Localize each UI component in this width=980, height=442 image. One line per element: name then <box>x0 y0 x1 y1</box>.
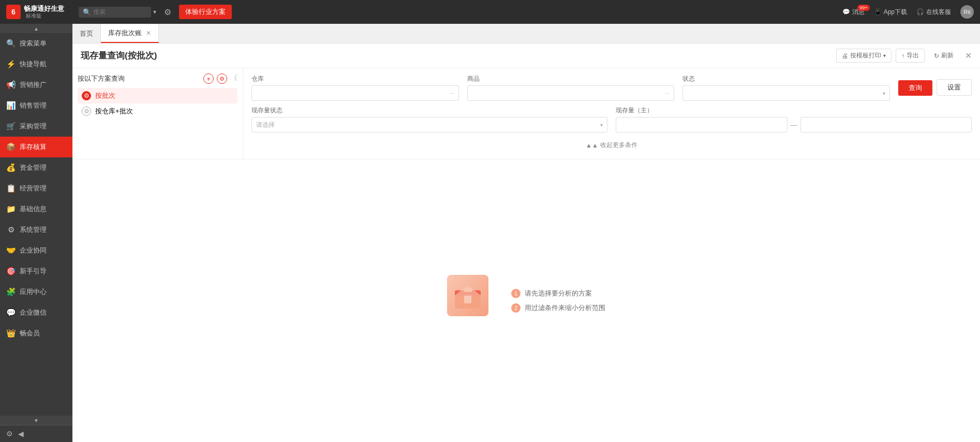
warehouse-dots[interactable]: ··· <box>450 90 454 96</box>
sidebar-bottom: ⚙ ◀ <box>0 425 72 442</box>
empty-hint-1: 1 请先选择要分析的方案 <box>511 289 605 298</box>
tab-inventory-batch[interactable]: 库存批次账 ✕ <box>101 24 159 43</box>
user-avatar[interactable]: Rit <box>960 5 974 19</box>
sidebar-collapse-icon[interactable]: ◀ <box>18 430 24 438</box>
template-print-button[interactable]: 🖨 按模板打印 ▾ <box>836 49 892 63</box>
sidebar-item-purchase[interactable]: 🛒 采购管理 <box>0 116 72 137</box>
sidebar-item-wechat[interactable]: 💬 企业微信 <box>0 302 72 323</box>
sidebar-item-system[interactable]: ⚙ 系统管理 <box>0 219 72 240</box>
operations-icon: 📋 <box>6 184 16 193</box>
sidebar-item-label: 快捷导航 <box>20 60 47 69</box>
sidebar-item-membership[interactable]: 👑 畅会员 <box>0 323 72 344</box>
sidebar-item-label: 应用中心 <box>20 287 47 297</box>
sidebar: ▲ 🔍 搜索菜单 ⚡ 快捷导航 📢 营销推广 📊 销售管理 🛒 采购管理 <box>0 24 72 442</box>
content-area: 首页 库存批次账 ✕ 现存量查询(按批次) 🖨 按模板打印 ▾ ↑ <box>72 24 980 442</box>
filter-plan-header: 按以下方案查询 + ⚙ 《 <box>78 73 237 84</box>
logo-icon: 6 <box>6 5 21 19</box>
tab-home[interactable]: 首页 <box>72 24 101 43</box>
sidebar-items: 🔍 搜索菜单 ⚡ 快捷导航 📢 营销推广 📊 销售管理 🛒 采购管理 📦 <box>0 33 72 416</box>
product-input-box[interactable]: ··· <box>467 85 675 101</box>
collapse-up-icon: ▲▲ <box>586 142 598 149</box>
plan-settings-button[interactable]: ⚙ <box>217 73 227 84</box>
membership-icon: 👑 <box>6 329 16 338</box>
sidebar-settings-icon[interactable]: ⚙ <box>6 430 13 438</box>
inventory-status-select[interactable]: 请选择 ▾ <box>251 117 607 132</box>
sales-icon: 📊 <box>6 101 16 110</box>
plan-item-batch[interactable]: ⚙ 按批次 <box>78 88 237 104</box>
sidebar-item-marketing[interactable]: 📢 营销推广 <box>0 75 72 95</box>
sidebar-scroll-up[interactable]: ▲ <box>0 24 72 33</box>
marketing-icon: 📢 <box>6 80 16 90</box>
template-print-dropdown-icon[interactable]: ▾ <box>883 53 886 58</box>
trial-button[interactable]: 体验行业方案 <box>179 5 232 19</box>
top-bar: 6 畅康通好生意 标准版 🔍 ▾ ⚙ 体验行业方案 💬 消息 99+ 📱 App… <box>0 0 980 24</box>
filter-action-buttons: 查询 设置 <box>898 79 972 97</box>
filter-settings-button[interactable]: 设置 <box>937 79 972 96</box>
online-service-button[interactable]: 🎧 在线客服 <box>916 8 951 17</box>
sidebar-item-search-menu[interactable]: 🔍 搜索菜单 <box>0 33 72 54</box>
messages-button[interactable]: 💬 消息 99+ <box>842 8 865 17</box>
filter-fields-section: 仓库 ··· 商品 ··· <box>243 68 980 159</box>
tab-close-icon[interactable]: ✕ <box>146 30 151 37</box>
filter-plan-title: 按以下方案查询 <box>78 74 125 83</box>
collapse-conditions-button[interactable]: ▲▲ 收起更多条件 <box>251 138 972 153</box>
app-download-button[interactable]: 📱 App下载 <box>874 8 907 17</box>
refresh-button[interactable]: ↻ 刷新 <box>929 49 959 62</box>
inventory-qty-min-input[interactable] <box>616 117 788 132</box>
filter-product-field: 商品 ··· <box>467 75 675 101</box>
top-search-box[interactable]: 🔍 <box>79 7 151 18</box>
inventory-qty-max-input[interactable] <box>800 117 972 132</box>
sidebar-scroll-down[interactable]: ▼ <box>0 416 72 425</box>
status-select-box[interactable]: ▾ <box>682 85 890 101</box>
sidebar-item-label: 新手引导 <box>20 267 47 276</box>
app-center-icon: 🧩 <box>6 287 16 297</box>
newbie-icon: 🎯 <box>6 267 16 276</box>
main-layout: ▲ 🔍 搜索菜单 ⚡ 快捷导航 📢 营销推广 📊 销售管理 🛒 采购管理 <box>0 24 980 442</box>
warehouse-input[interactable] <box>256 90 448 97</box>
product-input[interactable] <box>472 90 663 97</box>
sidebar-item-enterprise[interactable]: 🤝 企业协同 <box>0 240 72 261</box>
plan-collapse-button[interactable]: 《 <box>230 73 237 84</box>
search-dropdown-icon[interactable]: ▾ <box>153 8 156 16</box>
app-logo[interactable]: 6 畅康通好生意 标准版 <box>6 5 64 19</box>
plan-item-warehouse-batch[interactable]: ⚙ 按仓库+批次 <box>78 104 237 119</box>
purchase-icon: 🛒 <box>6 122 16 131</box>
export-button[interactable]: ↑ 导出 <box>896 49 925 63</box>
page-container: 现存量查询(按批次) 🖨 按模板打印 ▾ ↑ 导出 ↻ 刷新 <box>72 43 980 442</box>
warehouse-input-box[interactable]: ··· <box>251 85 459 101</box>
inventory-icon: 📦 <box>6 142 16 152</box>
sidebar-item-sales[interactable]: 📊 销售管理 <box>0 95 72 116</box>
empty-hints: 1 请先选择要分析的方案 2 用过滤条件来缩小分析范围 <box>511 289 605 313</box>
sidebar-item-quick-nav[interactable]: ⚡ 快捷导航 <box>0 54 72 75</box>
svg-rect-4 <box>464 296 471 303</box>
sidebar-item-app-center[interactable]: 🧩 应用中心 <box>0 282 72 302</box>
sidebar-item-label: 企业协同 <box>20 246 47 255</box>
refresh-icon: ↻ <box>934 52 939 60</box>
tab-bar: 首页 库存批次账 ✕ <box>72 24 980 43</box>
edition-label: 标准版 <box>26 13 64 19</box>
sidebar-item-operations[interactable]: 📋 经营管理 <box>0 178 72 199</box>
page-close-button[interactable]: ✕ <box>965 51 972 61</box>
enterprise-icon: 🤝 <box>6 246 16 255</box>
sidebar-item-label: 销售管理 <box>20 101 47 110</box>
empty-icon-container <box>447 275 499 327</box>
settings-icon[interactable]: ⚙ <box>160 5 175 19</box>
range-dash: — <box>791 121 797 129</box>
product-dots[interactable]: ··· <box>665 90 670 96</box>
hint-text-2: 用过滤条件来缩小分析范围 <box>525 303 605 313</box>
sidebar-item-newbie[interactable]: 🎯 新手引导 <box>0 261 72 282</box>
page-header: 现存量查询(按批次) 🖨 按模板打印 ▾ ↑ 导出 ↻ 刷新 <box>72 43 980 68</box>
filter-row-2: 现存量状态 请选择 ▾ 现存量（主） — <box>251 106 972 132</box>
sidebar-item-inventory[interactable]: 📦 库存核算 <box>0 137 72 157</box>
phone-icon: 📱 <box>874 8 882 16</box>
add-plan-button[interactable]: + <box>203 73 214 84</box>
search-input[interactable] <box>93 8 147 16</box>
sidebar-item-label: 搜索菜单 <box>20 39 47 48</box>
query-button[interactable]: 查询 <box>898 80 932 96</box>
sidebar-item-finance[interactable]: 💰 资金管理 <box>0 157 72 178</box>
sidebar-item-basic[interactable]: 📁 基础信息 <box>0 199 72 219</box>
company-name: 畅康通好生意 <box>24 5 64 13</box>
wechat-icon: 💬 <box>6 308 16 317</box>
hint-text-1: 请先选择要分析的方案 <box>525 289 592 298</box>
sidebar-item-label: 采购管理 <box>20 122 47 131</box>
